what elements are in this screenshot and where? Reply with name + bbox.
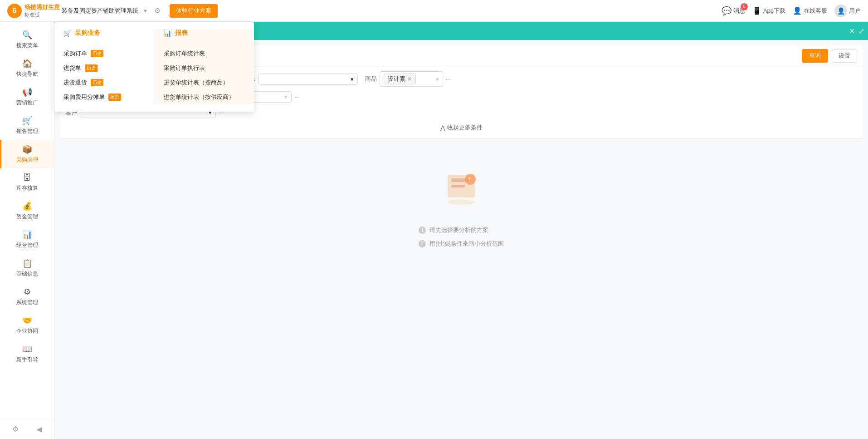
cooperation-icon: 🤝 [22,316,32,326]
purchase-col-icon: 🛒 [63,30,71,37]
purchase-dropdown-menu: 🛒 采购业务 采购订单 历史 进货单 历史 进货退货 历史 采购费用分摊单 历史… [54,22,254,112]
service-icon: 👤 [793,6,802,15]
message-badge: 6 [741,3,748,10]
topbar: 6 畅捷通好生意 标准版 装备及固定资产辅助管理系统 ▾ ⚙ 体验行业方案 💬 … [0,0,868,22]
history-badge-0: 历史 [91,50,103,57]
salesperson-dropdown-icon: ▾ [284,94,288,100]
logo: 6 畅捷通好生意 标准版 [7,4,62,18]
phone-icon: 📱 [752,6,761,15]
dropdown-col-purchase: 🛒 采购业务 采购订单 历史 进货单 历史 进货退货 历史 采购费用分摊单 历史 [54,29,154,104]
history-badge-3: 历史 [108,94,121,101]
sidebar-item-operation[interactable]: 📊 经营管理 [0,225,54,254]
report-col-icon: 📊 [164,30,171,37]
guide-icon: 📖 [22,344,32,354]
topbar-right: 💬 消息 6 📱 App下载 👤 在线客服 👤 用户 [722,5,861,17]
history-badge-1: 历史 [85,64,98,72]
empty-tips: 1 请先选择要分析的方案 2 用[过滤]条件来缩小分析范围 [419,224,503,250]
sidebar-item-guide[interactable]: 📖 新手引导 [0,340,54,368]
tabbar-actions: ✕ ⤢ [849,27,864,35]
message-btn[interactable]: 💬 消息 6 [722,6,745,16]
operation-icon: 📊 [22,230,32,240]
active-bar [0,140,1,168]
empty-state: ! 1 请先选择要分析的方案 2 用[过滤]条件来缩小分析范围 [60,138,863,277]
svg-point-4 [465,174,476,185]
history-badge-2: 历史 [91,79,103,86]
topbar-system: 装备及固定资产辅助管理系统 ▾ ⚙ 体验行业方案 [62,4,722,18]
system-settings-icon[interactable]: ⚙ [154,6,161,15]
inventory-icon: 🗄 [23,173,31,183]
dropdown-item-cost-split[interactable]: 采购费用分摊单 历史 [63,90,145,104]
system-dropdown-icon[interactable]: ▾ [144,7,147,14]
product-dropdown-icon: ▾ [436,76,439,83]
product-tag-remove[interactable]: ✕ [407,76,412,82]
purchase-icon: 📦 [22,144,32,154]
sidebar-collapse-btn[interactable]: ◀ [36,425,42,434]
app-download-btn[interactable]: 📱 App下载 [752,6,785,15]
avatar: 👤 [834,5,847,17]
product-tag: 设计素 ✕ [384,74,416,84]
sales-icon: 🛒 [22,116,32,126]
home-icon: 🏠 [22,59,32,69]
online-service-btn[interactable]: 👤 在线客服 [793,6,827,15]
sidebar-item-inventory[interactable]: 🗄 库存核算 [0,168,54,197]
collapse-btn[interactable]: ⋀ 收起更多条件 [65,122,857,133]
sidebar-bottom: ⚙ ◀ [0,419,54,439]
industry-btn[interactable]: 体验行业方案 [170,4,218,18]
dropdown-item-purchase-order[interactable]: 采购订单 历史 [63,46,145,61]
query-btn[interactable]: 查询 [802,49,828,63]
dropdown-item-purchase-order-exec[interactable]: 采购订单执行表 [164,61,245,75]
dropdown-item-inbound-stat-supplier[interactable]: 进货单统计表（按供应商） [164,90,245,104]
dropdown-col1-title: 🛒 采购业务 [63,29,145,41]
dropdown-item-inbound-stat-product[interactable]: 进货单统计表（按商品） [164,75,245,90]
empty-tip-2: 2 用[过滤]条件来缩小分析范围 [419,238,503,250]
empty-tip-1: 1 请先选择要分析的方案 [419,224,503,236]
dropdown-item-return[interactable]: 进货退货 历史 [63,75,145,90]
sidebar-item-system[interactable]: ⚙ 系统管理 [0,282,54,311]
sidebar-item-finance[interactable]: 💰 资金管理 [0,197,54,225]
svg-text:!: ! [468,176,470,183]
finance-icon: 💰 [22,201,32,211]
sidebar-item-search[interactable]: 🔍 搜索菜单 [0,25,54,54]
product-input[interactable]: 设计素 ✕ ▾ [380,71,443,87]
sidebar-item-basic[interactable]: 📋 基础信息 [0,254,54,282]
dropdown-col-report: 📊 报表 采购订单统计表 采购订单执行表 进货单统计表（按商品） 进货单统计表（… [155,29,254,104]
sidebar-settings-btn[interactable]: ⚙ [12,425,19,434]
sidebar-item-sales[interactable]: 🛒 销售管理 [0,111,54,140]
tab-close-action[interactable]: ✕ [849,27,855,35]
product-ellipsis[interactable]: ··· [446,76,451,83]
sidebar: 🔍 搜索菜单 🏠 快捷导航 📢 营销推广 🛒 销售管理 📦 采购管理 🗄 库存核… [0,22,54,439]
svg-point-0 [448,199,475,205]
dropdown-item-inbound[interactable]: 进货单 历史 [63,61,145,75]
tab-expand-action[interactable]: ⤢ [858,27,864,35]
marketing-icon: 📢 [22,87,32,97]
sidebar-item-cooperation[interactable]: 🤝 企业协同 [0,311,54,340]
dropdown-item-purchase-order-stat[interactable]: 采购订单统计表 [164,46,245,61]
search-icon: 🔍 [22,30,32,40]
doc-status-input[interactable]: ▾ [258,74,358,85]
logo-icon: 6 [7,4,22,18]
settings-btn[interactable]: 设置 [832,49,857,63]
filter-product: 商品 设计素 ✕ ▾ ··· [365,71,451,87]
svg-rect-3 [451,185,465,187]
sidebar-item-quick-nav[interactable]: 🏠 快捷导航 [0,54,54,83]
logo-text: 畅捷通好生意 标准版 [24,4,60,18]
doc-status-dropdown-icon: ▾ [351,76,354,83]
salesperson-ellipsis[interactable]: ··· [294,94,299,100]
toolbar-right: 查询 设置 [802,49,857,63]
collapse-up-icon: ⋀ [440,124,445,131]
system-title: 装备及固定资产辅助管理系统 [62,7,138,15]
empty-icon: ! [439,166,484,215]
dropdown-col2-title: 📊 报表 [164,29,245,41]
system-icon: ⚙ [24,287,31,297]
message-icon: 💬 [722,6,731,16]
basic-icon: 📋 [22,258,32,268]
user-btn[interactable]: 👤 用户 [834,5,861,17]
sidebar-item-marketing[interactable]: 📢 营销推广 [0,83,54,111]
sidebar-item-purchase[interactable]: 📦 采购管理 [0,140,54,168]
